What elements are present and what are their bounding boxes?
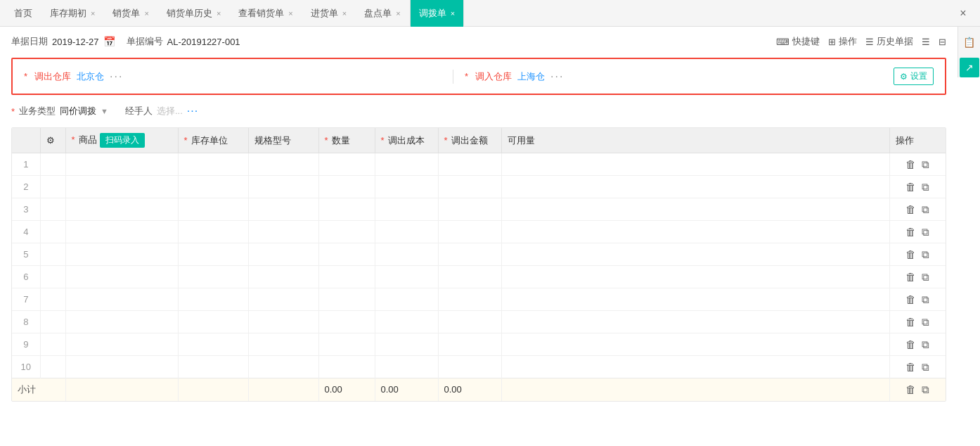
tab-close-purchase-order[interactable]: ×	[342, 9, 347, 18]
row-delete-icon[interactable]: 🗑	[905, 226, 916, 238]
biz-type-field: * 业务类型 同价调拨 ▼	[11, 105, 108, 117]
layout-list-btn[interactable]: ☰	[922, 37, 930, 47]
col-gear-header[interactable]: ⚙	[40, 128, 65, 153]
table-row[interactable]: 6 🗑 ⧉	[12, 266, 946, 288]
table-row[interactable]: 10 🗑 ⧉	[12, 356, 946, 378]
row-copy-icon[interactable]: ⧉	[922, 248, 929, 261]
tab-close-inventory-init[interactable]: ×	[91, 9, 95, 18]
table-row[interactable]: 2 🗑 ⧉	[12, 176, 946, 198]
col-ops-header: 操作	[889, 128, 946, 153]
close-all-tabs-button[interactable]: ×	[955, 5, 972, 22]
transfer-out-label: 调出仓库	[34, 70, 71, 83]
row-delete-icon[interactable]: 🗑	[905, 293, 916, 305]
table-scroll[interactable]: ⚙ * 商品 扫码录入 * 库存单位 规格型号	[12, 128, 946, 401]
row-delete-icon[interactable]: 🗑	[905, 361, 916, 373]
col-cost-header: * 调出成本	[375, 128, 438, 153]
shortcuts-btn[interactable]: ⌨ 快捷键	[776, 35, 820, 48]
grid-icon: ⊞	[828, 37, 836, 47]
biz-type-asterisk: *	[11, 106, 15, 117]
row-delete-icon[interactable]: 🗑	[905, 271, 916, 283]
row-copy-icon[interactable]: ⧉	[922, 226, 929, 238]
row-delete-icon[interactable]: 🗑	[905, 181, 916, 193]
header-left: 单据日期 2019-12-27 📅 单据编号 AL-20191227-001	[11, 35, 240, 48]
warehouse-divider	[453, 70, 453, 84]
table-row[interactable]: 8 🗑 ⧉	[12, 311, 946, 333]
row-delete-icon[interactable]: 🗑	[905, 158, 916, 170]
tab-close-sales-history[interactable]: ×	[217, 9, 221, 18]
tab-close-inventory-check[interactable]: ×	[396, 9, 400, 18]
sidebar-expand-icon[interactable]: ↗	[960, 58, 979, 77]
row-delete-icon[interactable]: 🗑	[905, 316, 916, 328]
subtotal-cost: 0.00	[375, 378, 438, 401]
row-copy-icon[interactable]: ⧉	[922, 316, 929, 329]
header-right: ⌨ 快捷键 ⊞ 操作 ☰ 历史单据 ☰ ⊟	[776, 35, 946, 48]
calendar-icon[interactable]: 📅	[103, 36, 115, 47]
tab-inventory-init[interactable]: 库存期初 ×	[41, 0, 104, 27]
history-btn[interactable]: ☰ 历史单据	[865, 35, 913, 48]
table-row[interactable]: 7 🗑 ⧉	[12, 288, 946, 311]
subtotal-copy-icon[interactable]: ⧉	[922, 383, 929, 396]
table-body: 1 🗑 ⧉ 2	[12, 153, 946, 378]
row-num-9: 9	[12, 333, 40, 356]
scan-barcode-button[interactable]: 扫码录入	[100, 133, 145, 148]
row-copy-icon[interactable]: ⧉	[922, 361, 929, 374]
table-row[interactable]: 5 🗑 ⧉	[12, 243, 946, 266]
tab-home[interactable]: 首页	[6, 0, 41, 27]
transfer-in-field: * 调入仓库 上海仓 ···	[465, 70, 882, 83]
settings-button[interactable]: ⚙ 设置	[894, 68, 934, 85]
row-copy-icon[interactable]: ⧉	[922, 203, 929, 216]
transfer-out-more[interactable]: ···	[110, 70, 123, 83]
gear-settings-icon: ⚙	[900, 72, 908, 82]
col-product-header: * 商品 扫码录入	[65, 128, 178, 153]
docno-value: AL-20191227-001	[167, 37, 240, 47]
biz-type-dropdown-icon[interactable]: ▼	[101, 107, 108, 115]
tab-purchase-order[interactable]: 进货单 ×	[302, 0, 356, 27]
row-delete-icon[interactable]: 🗑	[905, 203, 916, 215]
table-row[interactable]: 9 🗑 ⧉	[12, 333, 946, 356]
row-delete-icon[interactable]: 🗑	[905, 338, 916, 350]
row-copy-icon[interactable]: ⧉	[922, 271, 929, 283]
col-spec-header: 规格型号	[248, 128, 318, 153]
tab-view-sales[interactable]: 查看销货单 ×	[230, 0, 302, 27]
row-copy-icon[interactable]: ⧉	[922, 293, 929, 306]
tab-bar-end: ×	[955, 5, 974, 22]
row-num-8: 8	[12, 311, 40, 333]
tab-sales-order[interactable]: 销货单 ×	[104, 0, 157, 27]
handler-more[interactable]: ···	[187, 105, 198, 117]
subtotal-delete-icon[interactable]: 🗑	[905, 383, 916, 395]
transfer-in-value[interactable]: 上海仓	[517, 70, 545, 83]
tab-sales-history[interactable]: 销货单历史 ×	[158, 0, 230, 27]
col-qty-header: * 数量	[318, 128, 375, 153]
row-delete-icon[interactable]: 🗑	[905, 248, 916, 260]
layout-grid-btn[interactable]: ⊟	[939, 37, 946, 47]
operations-btn[interactable]: ⊞ 操作	[828, 35, 857, 48]
row-copy-icon[interactable]: ⧉	[922, 338, 929, 351]
handler-value[interactable]: 选择...	[157, 105, 183, 117]
tab-close-transfer-order[interactable]: ×	[451, 9, 455, 18]
biz-type-label: 业务类型	[19, 105, 56, 117]
sidebar-notes-icon[interactable]: 📋	[960, 32, 979, 52]
tab-close-view-sales[interactable]: ×	[288, 9, 292, 18]
form-row: * 业务类型 同价调拨 ▼ 经手人 选择... ···	[11, 105, 946, 117]
row-num-1: 1	[12, 153, 40, 176]
table-row[interactable]: 3 🗑 ⧉	[12, 198, 946, 221]
transfer-in-more[interactable]: ···	[550, 70, 564, 83]
table-row[interactable]: 1 🗑 ⧉	[12, 153, 946, 176]
keyboard-icon: ⌨	[776, 37, 789, 47]
tab-transfer-order[interactable]: 调拨单 ×	[410, 0, 464, 27]
transfer-out-value[interactable]: 北京仓	[77, 70, 104, 83]
row-copy-icon[interactable]: ⧉	[922, 181, 929, 193]
transfer-in-label: 调入仓库	[475, 70, 512, 83]
right-sidebar: 📋 ↗	[958, 27, 980, 77]
table-row[interactable]: 4 🗑 ⧉	[12, 221, 946, 243]
biz-type-value[interactable]: 同价调拨	[60, 105, 96, 117]
col-num-header	[12, 128, 40, 153]
row-copy-icon[interactable]: ⧉	[922, 158, 929, 171]
row-num-10: 10	[12, 356, 40, 378]
layout-list-icon: ☰	[922, 37, 930, 47]
date-value[interactable]: 2019-12-27	[52, 37, 99, 47]
gear-column-icon[interactable]: ⚙	[46, 135, 55, 146]
tab-inventory-check[interactable]: 盘点单 ×	[356, 0, 409, 27]
row-num-4: 4	[12, 221, 40, 243]
tab-close-sales-order[interactable]: ×	[144, 9, 148, 18]
